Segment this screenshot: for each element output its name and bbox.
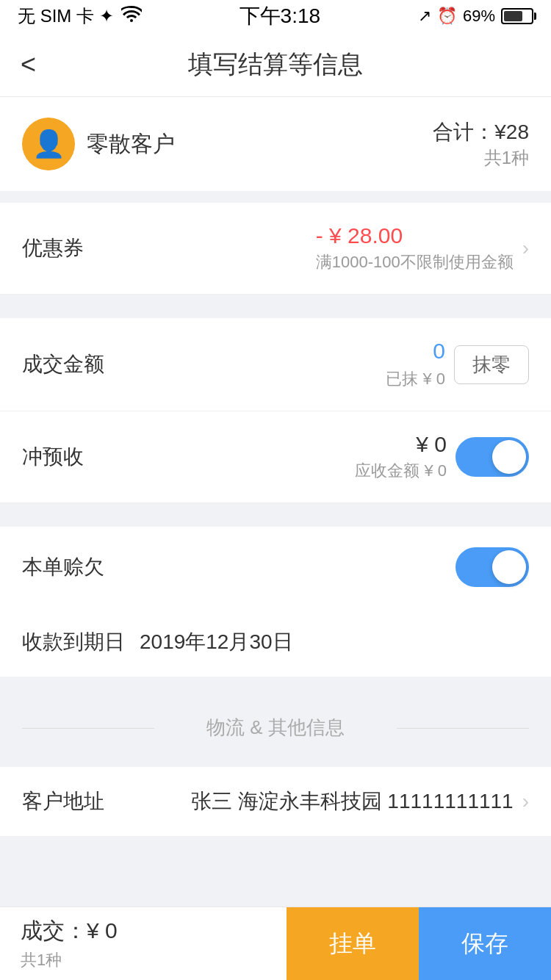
address-value: 张三 海淀永丰科技园 11111111111 — [191, 788, 514, 815]
customer-count: 共1种 — [433, 146, 529, 170]
status-bar-left: 无 SIM 卡 ✦ — [18, 4, 142, 28]
transaction-section: 成交金额 0 已抹 ¥ 0 抹零 冲预收 ¥ 0 应收金额 ¥ 0 — [0, 318, 551, 503]
coupon-section: 优惠券 - ¥ 28.00 满1000-100不限制使用金额 › — [0, 203, 551, 295]
prepayment-label: 冲预收 — [22, 443, 84, 471]
customer-info-left: 👤 零散客户 — [22, 118, 175, 170]
logistics-section-header: 物流 & 其他信息 — [0, 700, 551, 755]
transaction-amount-block: 0 已抹 ¥ 0 — [386, 339, 445, 390]
due-date-row[interactable]: 收款到期日 2019年12月30日 — [0, 608, 551, 677]
divider-3 — [0, 688, 551, 700]
bottom-transaction-value: ¥ 0 — [87, 918, 118, 943]
content-area: 👤 零散客户 合计：¥28 共1种 优惠券 - ¥ 28.00 满1000-10… — [0, 97, 551, 936]
coupon-row[interactable]: 优惠券 - ¥ 28.00 满1000-100不限制使用金额 › — [0, 203, 551, 295]
prepayment-toggle[interactable] — [455, 437, 529, 477]
status-bar-right: ↗ ⏰ 69% — [418, 7, 533, 26]
prepayment-row: 冲预收 ¥ 0 应收金额 ¥ 0 — [0, 411, 551, 503]
customer-info-right: 合计：¥28 共1种 — [433, 118, 529, 170]
bottom-info: 成交：¥ 0 共1种 — [0, 907, 287, 980]
divider-1 — [0, 306, 551, 318]
pending-button[interactable]: 挂单 — [287, 907, 419, 980]
coupon-label: 优惠券 — [22, 234, 84, 262]
customer-avatar: 👤 — [22, 118, 75, 170]
coupon-desc: 满1000-100不限制使用金额 — [316, 251, 514, 273]
transaction-amount-row: 成交金额 0 已抹 ¥ 0 抹零 — [0, 318, 551, 411]
page-title: 填写结算等信息 — [188, 48, 363, 82]
prepayment-amount: ¥ 0 — [355, 432, 447, 457]
back-button[interactable]: < — [21, 49, 36, 80]
coupon-value-block: - ¥ 28.00 满1000-100不限制使用金额 — [316, 223, 514, 273]
prepayment-right: ¥ 0 应收金额 ¥ 0 — [355, 432, 529, 482]
status-bar-time: 下午3:18 — [240, 2, 321, 30]
prepayment-sub: 应收金额 ¥ 0 — [355, 460, 447, 482]
address-label: 客户地址 — [22, 788, 104, 815]
bottom-bar: 成交：¥ 0 共1种 挂单 保存 — [0, 907, 551, 980]
address-right: 张三 海淀永丰科技园 11111111111 › — [191, 788, 529, 815]
customer-name: 零散客户 — [87, 129, 175, 159]
due-date-label: 收款到期日 — [22, 628, 125, 656]
coupon-right: - ¥ 28.00 满1000-100不限制使用金额 › — [316, 223, 529, 273]
bottom-count: 共1种 — [21, 949, 266, 971]
save-button[interactable]: 保存 — [419, 907, 551, 980]
address-section: 客户地址 张三 海淀永丰科技园 11111111111 › — [0, 767, 551, 836]
alarm-icon: ⏰ — [437, 7, 457, 26]
nav-bar: < 填写结算等信息 — [0, 32, 551, 97]
transaction-label: 成交金额 — [22, 350, 104, 378]
logistics-label: 物流 & 其他信息 — [206, 716, 345, 738]
transaction-value[interactable]: 0 — [386, 339, 445, 364]
divider-2 — [0, 515, 551, 527]
status-bar: 无 SIM 卡 ✦ 下午3:18 ↗ ⏰ 69% — [0, 0, 551, 32]
transaction-right: 0 已抹 ¥ 0 抹零 — [386, 339, 529, 390]
credit-row: 本单赊欠 — [0, 527, 551, 608]
credit-label: 本单赊欠 — [22, 553, 104, 581]
sim-status: 无 SIM 卡 ✦ — [18, 4, 114, 28]
credit-toggle-knob — [492, 550, 526, 584]
transaction-sub: 已抹 ¥ 0 — [386, 368, 445, 390]
toggle-knob — [492, 440, 526, 474]
address-row[interactable]: 客户地址 张三 海淀永丰科技园 11111111111 › — [0, 767, 551, 836]
bottom-transaction: 成交：¥ 0 — [21, 916, 266, 946]
credit-toggle[interactable] — [455, 547, 529, 587]
bottom-transaction-label: 成交： — [21, 918, 87, 943]
prepayment-amount-block: ¥ 0 应收金额 ¥ 0 — [355, 432, 447, 482]
battery-percent: 69% — [463, 7, 495, 26]
location-icon: ↗ — [418, 7, 431, 26]
wifi-icon — [121, 6, 142, 26]
round-zero-button[interactable]: 抹零 — [454, 345, 529, 384]
customer-row[interactable]: 👤 零散客户 合计：¥28 共1种 — [0, 97, 551, 191]
credit-section: 本单赊欠 收款到期日 2019年12月30日 — [0, 527, 551, 677]
battery-icon — [501, 8, 533, 24]
coupon-value: - ¥ 28.00 — [316, 223, 514, 248]
coupon-chevron-icon: › — [522, 237, 529, 260]
address-chevron-icon: › — [522, 790, 529, 813]
due-date-value: 2019年12月30日 — [140, 628, 293, 656]
customer-total: 合计：¥28 — [433, 118, 529, 146]
divider-4 — [0, 755, 551, 767]
